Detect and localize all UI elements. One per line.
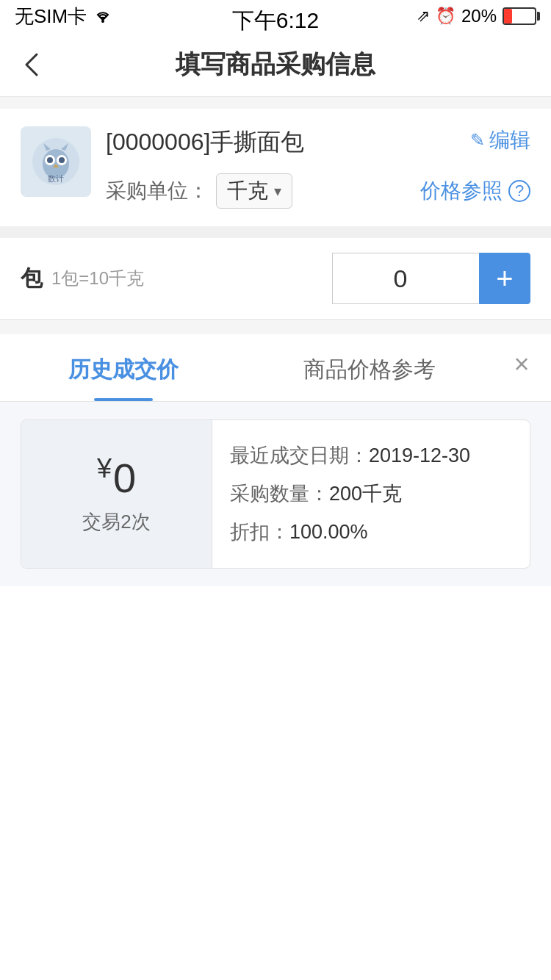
svg-point-6 [59,157,65,163]
date-label: 最近成交日期： [230,444,369,466]
signal-text: 无SIM卡 [15,4,87,29]
main-content-area [0,586,551,980]
tabs-close-button[interactable]: × [492,349,551,387]
status-time: 下午6:12 [232,6,319,36]
close-icon: × [514,349,529,380]
price-reference-button[interactable]: 价格参照 ? [420,177,530,205]
product-name: [0000006]手撕面包 [106,126,470,159]
price-ref-label: 价格参照 [420,177,503,205]
tabs-header: 历史成交价 商品价格参考 × [0,334,551,402]
selected-unit: 千克 [227,177,268,205]
edit-icon: ✎ [470,130,485,151]
price-value: 0 [113,455,136,501]
date-value: 2019-12-30 [369,444,470,466]
svg-point-5 [47,157,53,163]
unit-conversion: 1包=10千克 [51,267,144,290]
product-info: [0000006]手撕面包 ✎ 编辑 采购单位： 千克 ▾ 价格参照 ? [106,126,530,209]
svg-point-0 [101,20,104,23]
price-symbol: ¥ [97,453,112,483]
unit-selector[interactable]: 千克 ▾ [216,173,292,209]
alarm-icon: ⏰ [436,7,455,26]
quantity-input[interactable] [332,253,479,304]
product-section: 数计 [0000006]手撕面包 ✎ 编辑 采购单位： 千克 ▾ 价格参照 ? [0,109,551,226]
page-title: 填写商品采购信息 [176,48,375,82]
card-date-row: 最近成交日期：2019-12-30 [230,442,512,470]
help-icon: ? [508,180,530,202]
section-divider [0,226,551,238]
unit-arrow-icon: ▾ [274,182,281,200]
tabs-section: 历史成交价 商品价格参考 × ¥0 交易2次 最近成交日期：2019-12-30 [0,334,551,586]
card-details-area: 最近成交日期：2019-12-30 采购数量：200千克 折扣：100.00% [212,420,530,568]
location-icon: ⇗ [417,7,430,26]
card-price-area: ¥0 交易2次 [21,420,212,568]
plus-icon: + [496,264,513,293]
history-card: ¥0 交易2次 最近成交日期：2019-12-30 采购数量：200千克 折扣：… [21,419,530,569]
tab-underline [94,398,153,401]
svg-text:数计: 数计 [48,174,64,183]
product-logo: 数计 [30,136,82,187]
product-thumbnail: 数计 [21,126,91,197]
quantity-section: 包 1包=10千克 + [0,238,551,320]
discount-label: 折扣： [230,521,289,543]
qty-value: 200千克 [329,483,402,505]
unit-label: 采购单位： [106,177,209,205]
increment-button[interactable]: + [479,253,530,304]
tab-product-label: 商品价格参考 [303,357,436,381]
card-trade-count: 交易2次 [82,509,150,535]
tab-history-price[interactable]: 历史成交价 [0,334,246,401]
card-price: ¥0 [97,453,136,502]
status-right: ⇗ ⏰ 20% [417,6,536,26]
tab-product-price-reference[interactable]: 商品价格参考 [246,334,492,401]
wifi-icon [93,5,113,28]
quantity-input-group: + [332,253,530,304]
card-qty-row: 采购数量：200千克 [230,480,512,508]
battery-icon [503,7,536,25]
status-bar: 无SIM卡 下午6:12 ⇗ ⏰ 20% [0,0,551,32]
qty-label: 采购数量： [230,483,329,505]
edit-button[interactable]: ✎ 编辑 [470,126,530,154]
battery-percent: 20% [461,6,497,26]
history-content: ¥0 交易2次 最近成交日期：2019-12-30 采购数量：200千克 折扣：… [0,402,551,586]
nav-bar: 填写商品采购信息 [0,32,551,97]
edit-label: 编辑 [489,126,530,154]
card-discount-row: 折扣：100.00% [230,519,512,547]
back-button[interactable] [21,48,41,81]
status-left: 无SIM卡 [15,4,113,29]
unit-badge: 包 [21,264,43,294]
tab-history-label: 历史成交价 [68,357,179,381]
discount-value: 100.00% [289,521,368,543]
